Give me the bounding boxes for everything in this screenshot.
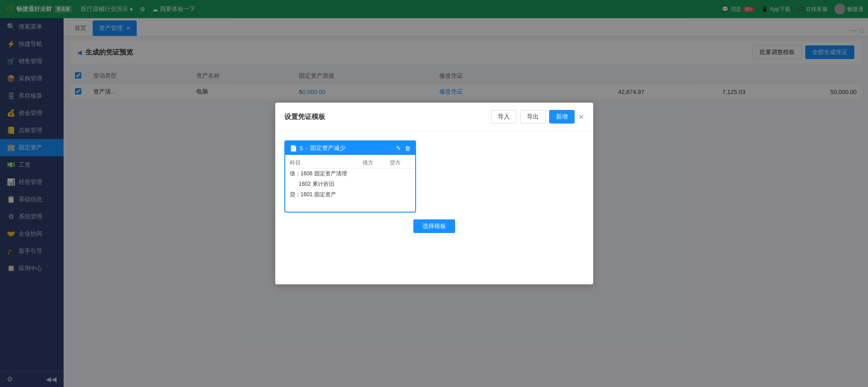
template-card-header: 📄 5 - 固定资产减少 ✎ 🗑	[285, 141, 415, 155]
col-credit: 贷方	[390, 159, 416, 167]
entry-1-account: 借：1606 固定资产清理	[290, 170, 362, 178]
entry-1-credit	[390, 170, 416, 178]
entry-3-debit	[362, 191, 390, 198]
entry-2-account: 1602 累计折旧	[290, 180, 362, 188]
new-btn[interactable]: 新增	[549, 110, 575, 124]
delete-template-icon[interactable]: 🗑	[405, 145, 411, 152]
template-name: 固定资产减少	[310, 144, 346, 152]
template-card-body: 科目 借方 贷方 借：1606 固定资产清理 1602	[285, 155, 415, 212]
template-col-header: 科目 借方 贷方	[285, 158, 415, 169]
template-doc-icon: 📄	[290, 145, 297, 152]
template-card: 📄 5 - 固定资产减少 ✎ 🗑	[284, 140, 416, 213]
template-number: 5	[300, 145, 303, 152]
entry-2-credit	[390, 180, 416, 188]
template-entry-2: 1602 累计折旧	[285, 179, 415, 189]
template-entry-1: 借：1606 固定资产清理	[285, 169, 415, 179]
entry-1-debit	[362, 170, 390, 178]
modal-header-actions: 导入 导出 新增 ✕	[491, 110, 584, 124]
modal-close-btn[interactable]: ✕	[578, 113, 584, 121]
app-container: 🌿 畅捷通好业财 普及版 医疗器械行业演示 ▾ ⚙ ☁ 我要体验一下 💬 消息 …	[0, 0, 868, 387]
edit-template-icon[interactable]: ✎	[396, 145, 401, 152]
select-template-area: 选择模板	[284, 219, 584, 233]
entry-3-credit	[390, 191, 416, 198]
content-area: 首页 资产管理 ✕ ─ □ ◀ 生成的凭证预览	[64, 18, 868, 387]
col-account: 科目	[290, 159, 362, 167]
modal-title: 设置凭证模板	[284, 113, 325, 121]
modal-header: 设置凭证模板 导入 导出 新增 ✕	[275, 103, 593, 131]
template-separator: -	[306, 145, 308, 152]
select-template-btn[interactable]: 选择模板	[413, 219, 455, 233]
export-btn[interactable]: 导出	[520, 110, 546, 124]
modal-body: 📄 5 - 固定资产减少 ✎ 🗑	[275, 131, 593, 247]
template-entry-3: 贷：1601 固定资产	[285, 189, 415, 200]
main-area: 🔍 搜索菜单 ⚡ 快捷导航 🛒 销售管理 📦 采购管理 🗄 库存核算	[0, 18, 868, 387]
entry-2-debit	[362, 180, 390, 188]
empty-1	[290, 201, 362, 208]
template-card-title-area: 📄 5 - 固定资产减少	[290, 144, 346, 152]
set-template-modal: 设置凭证模板 导入 导出 新增 ✕ 📄 5	[275, 103, 593, 284]
template-entry-empty-1	[285, 200, 415, 209]
col-debit: 借方	[362, 159, 390, 167]
import-btn[interactable]: 导入	[491, 110, 516, 124]
template-card-actions: ✎ 🗑	[396, 145, 411, 152]
entry-3-account: 贷：1601 固定资产	[290, 191, 362, 198]
